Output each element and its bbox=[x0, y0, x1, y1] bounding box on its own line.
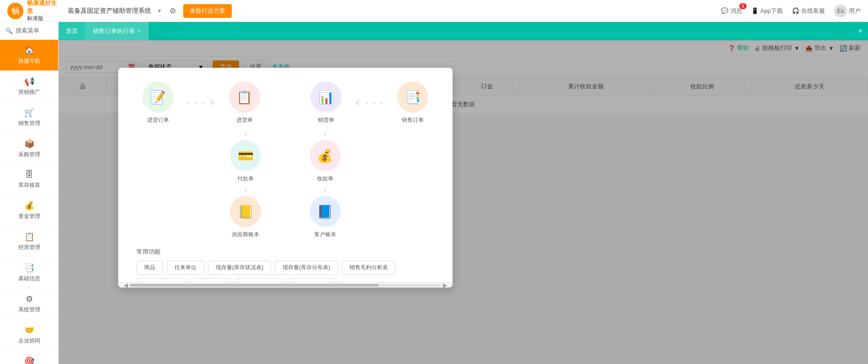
enterprise-icon: 🤝 bbox=[24, 325, 34, 335]
newbie-icon: 🎯 bbox=[24, 356, 34, 364]
avatar-text: Ea bbox=[837, 8, 844, 14]
arrow-xhdd-to-xhd: < - - - bbox=[355, 98, 384, 108]
app-download-action[interactable]: 📱 App下载 bbox=[751, 7, 783, 15]
modal-scrollbar[interactable]: ◀ ▶ bbox=[118, 282, 453, 288]
header-left: 畅 畅康通好生意 标准版 装备及固定资产辅助管理系统 ▼ ⚙ 体验行业方案 bbox=[7, 0, 232, 22]
tab-sales-order-exec[interactable]: 销售订单执行表 × bbox=[86, 22, 148, 40]
online-service-label: 在线客服 bbox=[801, 7, 825, 15]
sidebar-item-marketing[interactable]: 📢 营销推广 bbox=[0, 71, 58, 102]
sidebar-label-basic: 基础信息 bbox=[18, 275, 40, 283]
sidebar-item-newbie[interactable]: 🎯 新手引导 bbox=[0, 351, 58, 364]
sidebar-item-inventory[interactable]: 🗄 库存核算 bbox=[0, 164, 58, 195]
xiaohuo-order-label: 销售订单 bbox=[402, 116, 424, 124]
sales-order-exec-tab-label: 销售订单执行表 bbox=[93, 27, 135, 35]
avatar: Ea bbox=[834, 5, 847, 17]
arrow-down-xiaohuo: ↓ bbox=[310, 129, 341, 138]
flow-item-fukuan-dan[interactable]: 💳 付款单 bbox=[230, 140, 261, 183]
arrow-jinhuo-to-jinhuo-dan: - - - > bbox=[187, 98, 215, 108]
common-functions-title: 常用功能 bbox=[136, 248, 434, 256]
flow-item-shoukuan-dan[interactable]: 💰 收款单 bbox=[310, 140, 341, 183]
app-download-label: App下载 bbox=[760, 7, 783, 15]
sidebar-item-quick-nav[interactable]: 🏠 快捷导航 bbox=[0, 40, 58, 71]
func-btn-partner[interactable]: 往来单位 bbox=[167, 261, 204, 275]
close-all-tabs-button[interactable]: × bbox=[853, 22, 868, 40]
sidebar-item-basic[interactable]: 📑 基础信息 bbox=[0, 257, 58, 288]
inventory-icon: 🗄 bbox=[25, 170, 33, 179]
flow-item-xiaohuo-order[interactable]: 📑 销售订单 bbox=[397, 81, 428, 124]
xiaohuo-dan-icon: 📊 bbox=[311, 81, 342, 113]
flow-arrows-row1: ↓ ↓ bbox=[136, 129, 434, 138]
func-btn-stock-status[interactable]: 现存量(库存状况表) bbox=[208, 261, 271, 275]
sidebar-item-operations[interactable]: 📋 经营管理 bbox=[0, 226, 58, 257]
scrollbar-track bbox=[130, 284, 441, 287]
sidebar-item-purchase[interactable]: 📦 采购管理 bbox=[0, 133, 58, 164]
sidebar-label-purchase: 采购管理 bbox=[18, 151, 40, 158]
sidebar-label-quick-nav: 快捷导航 bbox=[18, 57, 40, 65]
flow-row-3: 📒 供应商账本 📘 客户账本 bbox=[136, 196, 434, 239]
xiaohuo-dan-label: 销货单 bbox=[318, 116, 334, 124]
logo-text: 畅康通好生意 标准版 bbox=[27, 0, 62, 22]
search-label: 搜索菜单 bbox=[16, 27, 39, 35]
dropdown-arrow-icon[interactable]: ▼ bbox=[157, 8, 162, 14]
common-functions-section: 常用功能 商品 往来单位 现存量(库存状况表) 现存量(库存分布表) 销售毛利分… bbox=[136, 248, 434, 288]
sidebar-search[interactable]: 🔍 搜索菜单 bbox=[0, 22, 58, 40]
sidebar-item-enterprise[interactable]: 🤝 企业协同 bbox=[0, 320, 58, 351]
purchase-icon: 📦 bbox=[24, 139, 34, 149]
quick-nav-icon: 🏠 bbox=[24, 45, 34, 55]
jinhuo-order-label: 进货订单 bbox=[147, 116, 169, 124]
shoukuan-dan-label: 收款单 bbox=[317, 175, 333, 183]
func-btn-stock-dist[interactable]: 现存量(库存分布表) bbox=[275, 261, 338, 275]
settings-icon[interactable]: ⚙ bbox=[168, 5, 178, 17]
flow-row-1: 📝 进货订单 - - - > 📋 进货单 bbox=[136, 81, 434, 124]
top-header: 畅 畅康通好生意 标准版 装备及固定资产辅助管理系统 ▼ ⚙ 体验行业方案 💬 … bbox=[0, 0, 868, 22]
func-btn-sales-margin[interactable]: 销售毛利分析表 bbox=[342, 261, 396, 275]
gongying-zhangben-label: 供应商账本 bbox=[232, 231, 259, 239]
jinhuo-order-icon: 📝 bbox=[142, 81, 174, 113]
message-icon: 💬 bbox=[721, 7, 728, 14]
content-area: 首页 销售订单执行表 × × ❓ 帮助 🖨 bbox=[59, 22, 868, 364]
kehu-zhangben-label: 客户账本 bbox=[314, 231, 336, 239]
flow-item-jinhuo-order[interactable]: 📝 进货订单 bbox=[142, 81, 174, 124]
finance-icon: 💰 bbox=[24, 201, 34, 211]
flow-row-2: 💳 付款单 💰 收款单 bbox=[136, 140, 434, 183]
sidebar-item-sales[interactable]: 🛒 销售管理 bbox=[0, 102, 58, 133]
fukuan-dan-icon: 💳 bbox=[230, 140, 261, 171]
user-action[interactable]: Ea 用户 bbox=[834, 5, 861, 17]
message-action[interactable]: 💬 消息 6 bbox=[721, 7, 742, 15]
sidebar-item-system[interactable]: ⚙ 系统管理 bbox=[0, 288, 58, 320]
search-icon: 🔍 bbox=[5, 27, 13, 34]
sidebar-label-operations: 经营管理 bbox=[18, 244, 40, 251]
modal-overlay[interactable]: 📝 进货订单 - - - > 📋 进货单 bbox=[59, 40, 868, 364]
header-right: 💬 消息 6 📱 App下载 🎧 在线客服 Ea 用户 bbox=[721, 5, 861, 17]
flow-item-gongying-zhangben[interactable]: 📒 供应商账本 bbox=[230, 196, 261, 239]
logo-sub-text: 标准版 bbox=[27, 15, 62, 22]
arrow-down-shoukuan: ↓ bbox=[310, 185, 341, 194]
app-container: 畅 畅康通好生意 标准版 装备及固定资产辅助管理系统 ▼ ⚙ 体验行业方案 💬 … bbox=[0, 0, 868, 364]
sidebar-label-system: 系统管理 bbox=[18, 306, 40, 314]
system-title: 装备及固定资产辅助管理系统 bbox=[68, 7, 151, 15]
tab-home[interactable]: 首页 bbox=[59, 22, 86, 40]
shoukuan-dan-icon: 💰 bbox=[310, 140, 341, 171]
flow-item-kehu-zhangben[interactable]: 📘 客户账本 bbox=[310, 196, 341, 239]
operations-icon: 📋 bbox=[24, 232, 34, 242]
online-service-action[interactable]: 🎧 在线客服 bbox=[792, 7, 825, 15]
sidebar-label-enterprise: 企业协同 bbox=[18, 337, 40, 345]
flow-item-xiaohuo-dan[interactable]: 📊 销货单 bbox=[311, 81, 342, 124]
sidebar-label-sales: 销售管理 bbox=[18, 120, 40, 127]
page-content: ❓ 帮助 🖨 按模板打印 ▼ 📤 导出 ▼ 🔄 bbox=[59, 40, 868, 364]
home-tab-label: 首页 bbox=[66, 27, 78, 35]
flow-item-jinhuo-dan[interactable]: 📋 进货单 bbox=[229, 81, 260, 124]
service-icon: 🎧 bbox=[792, 7, 799, 14]
func-btn-goods[interactable]: 商品 bbox=[136, 261, 163, 275]
fukuan-dan-label: 付款单 bbox=[237, 175, 254, 183]
tab-bar: 首页 销售订单执行表 × × bbox=[59, 22, 868, 40]
logo-icon: 畅 bbox=[7, 3, 23, 19]
system-icon: ⚙ bbox=[26, 294, 33, 304]
scroll-right-icon[interactable]: ▶ bbox=[441, 282, 449, 288]
tab-close-icon[interactable]: × bbox=[137, 28, 141, 34]
scroll-left-icon[interactable]: ◀ bbox=[122, 282, 130, 288]
sidebar-item-finance[interactable]: 💰 资金管理 bbox=[0, 195, 58, 226]
logo-main-text: 畅康通好生意 bbox=[27, 0, 62, 15]
modal-box: 📝 进货订单 - - - > 📋 进货单 bbox=[118, 68, 453, 288]
trial-button[interactable]: 体验行业方案 bbox=[183, 4, 232, 18]
